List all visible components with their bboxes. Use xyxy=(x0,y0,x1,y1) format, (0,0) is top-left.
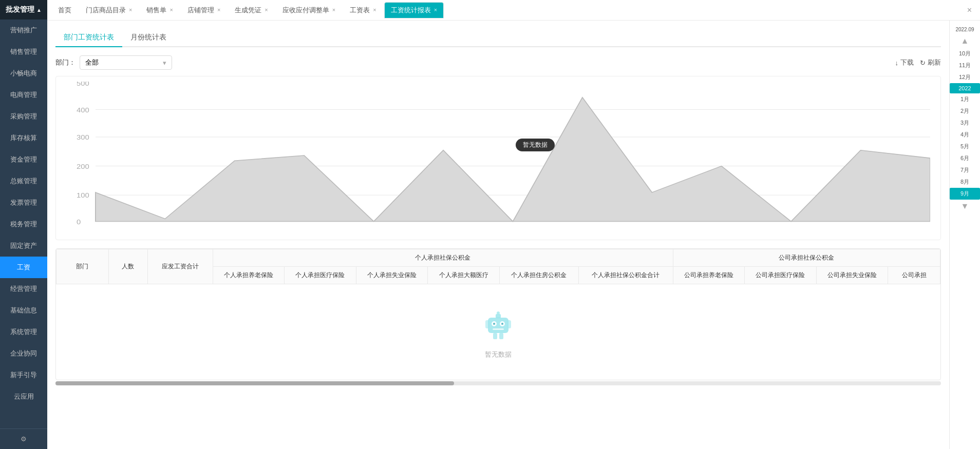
content-area: 部门工资统计表月份统计表 部门： 全部 ▾ ↓ 下载 xyxy=(47,21,980,449)
timeline-month-2022[interactable]: 2022 xyxy=(950,83,980,93)
empty-state: 暂无数据 xyxy=(56,284,940,380)
sidebar-item-企业协同[interactable]: 企业协同 xyxy=(0,343,47,364)
th-personal-total: 个人承担社保公积金合计 xyxy=(578,267,673,284)
sub-tab-月份统计表[interactable]: 月份统计表 xyxy=(122,29,175,47)
svg-rect-12 xyxy=(488,318,508,333)
sub-tabs: 部门工资统计表月份统计表 xyxy=(55,29,941,47)
sidebar-item-销售管理[interactable]: 销售管理 xyxy=(0,41,47,63)
tab-label: 销售单 xyxy=(146,6,166,15)
svg-rect-16 xyxy=(499,333,503,339)
th-personal-major-medical: 个人承担大额医疗 xyxy=(428,267,500,284)
dept-label: 部门： xyxy=(55,58,76,67)
timeline-month-3月[interactable]: 3月 xyxy=(950,117,980,129)
timeline-up-arrow[interactable]: ▲ xyxy=(959,34,971,48)
sidebar-item-营销推广[interactable]: 营销推广 xyxy=(0,19,47,41)
page-content: 部门工资统计表月份统计表 部门： 全部 ▾ ↓ 下载 xyxy=(47,21,949,449)
tab-工资统计报表[interactable]: 工资统计报表× xyxy=(384,2,444,18)
tab-close-icon[interactable]: × xyxy=(434,7,437,13)
timeline-month-2月[interactable]: 2月 xyxy=(950,105,980,117)
tab-close-icon[interactable]: × xyxy=(129,7,132,13)
sub-tab-部门工资统计表[interactable]: 部门工资统计表 xyxy=(55,29,122,47)
svg-text:400: 400 xyxy=(77,107,89,114)
sidebar-item-新手引导[interactable]: 新手引导 xyxy=(0,364,47,386)
sidebar-item-电商管理[interactable]: 电商管理 xyxy=(0,84,47,106)
sidebar-item-库存核算[interactable]: 库存核算 xyxy=(0,127,47,149)
horizontal-scrollbar[interactable] xyxy=(55,381,941,385)
toolbar-right: ↓ 下载 ↻ 刷新 xyxy=(895,58,941,67)
sidebar-item-采购管理[interactable]: 采购管理 xyxy=(0,106,47,127)
sidebar-item-云应用[interactable]: 云应用 xyxy=(0,386,47,407)
download-icon: ↓ xyxy=(895,59,899,67)
download-button[interactable]: ↓ 下载 xyxy=(895,58,914,67)
chart-svg: 0 100 200 300 400 500 xyxy=(77,82,930,229)
tab-门店商品目录[interactable]: 门店商品目录× xyxy=(79,2,139,18)
tab-label: 门店商品目录 xyxy=(86,6,126,15)
tab-label: 工资统计报表 xyxy=(391,6,431,15)
timeline-month-9月[interactable]: 9月 xyxy=(950,188,980,200)
download-label: 下载 xyxy=(900,58,914,67)
svg-point-20 xyxy=(501,323,503,325)
timeline-year-label: 2022.09 xyxy=(950,25,980,34)
th-total-wage: 应发工资合计 xyxy=(147,249,213,284)
empty-robot-icon xyxy=(478,305,519,346)
timeline-month-4月[interactable]: 4月 xyxy=(950,129,980,141)
tab-首页[interactable]: 首页 xyxy=(51,2,78,18)
empty-row: 暂无数据 xyxy=(56,284,940,380)
th-personal-housing: 个人承担住房公积金 xyxy=(499,267,578,284)
sidebar-title: 批发管理 xyxy=(6,5,34,14)
timeline-down-arrow[interactable]: ▼ xyxy=(959,200,971,213)
sidebar-item-发票管理[interactable]: 发票管理 xyxy=(0,192,47,213)
close-all-tabs-button[interactable]: × xyxy=(963,6,976,15)
horizontal-scrollbar-thumb[interactable] xyxy=(55,381,454,385)
sidebar-header[interactable]: 批发管理 ▲ xyxy=(0,0,47,19)
sidebar-item-固定资产[interactable]: 固定资产 xyxy=(0,235,47,257)
sidebar-item-经营管理[interactable]: 经营管理 xyxy=(0,278,47,300)
timeline-month-6月[interactable]: 6月 xyxy=(950,152,980,164)
tab-close-icon[interactable]: × xyxy=(332,7,335,13)
svg-text:300: 300 xyxy=(77,134,89,141)
timeline-month-7月[interactable]: 7月 xyxy=(950,164,980,176)
tab-close-icon[interactable]: × xyxy=(265,7,268,13)
toolbar: 部门： 全部 ▾ ↓ 下载 ↻ 刷新 xyxy=(55,55,941,70)
tab-close-icon[interactable]: × xyxy=(169,7,173,13)
tab-应收应付调整单[interactable]: 应收应付调整单× xyxy=(276,2,342,18)
timeline-month-8月[interactable]: 8月 xyxy=(950,176,980,188)
right-timeline-panel: 2022.09 ▲ 10月11月12月20221月2月3月4月5月6月7月8月9… xyxy=(949,21,980,449)
sidebar: 批发管理 ▲ 营销推广销售管理小畅电商电商管理采购管理库存核算资金管理总账管理发… xyxy=(0,0,47,449)
sidebar-toggle-icon: ▲ xyxy=(36,7,42,13)
th-personal-insurance: 个人承担社保公积金 xyxy=(213,249,673,267)
tab-销售单[interactable]: 销售单× xyxy=(140,2,179,18)
data-table: 部门 人数 应发工资合计 个人承担社保公积金 公司承担社保公积金 个人承担养老保… xyxy=(56,249,940,380)
sidebar-item-基础信息[interactable]: 基础信息 xyxy=(0,300,47,321)
tab-label: 店铺管理 xyxy=(187,6,214,15)
table-wrapper: 部门 人数 应发工资合计 个人承担社保公积金 公司承担社保公积金 个人承担养老保… xyxy=(55,248,941,380)
sidebar-item-资金管理[interactable]: 资金管理 xyxy=(0,149,47,170)
timeline-month-12月[interactable]: 12月 xyxy=(950,71,980,83)
dept-select-value: 全部 xyxy=(85,58,99,67)
chart-container: 0 100 200 300 400 500 暂无数据 xyxy=(55,76,941,240)
tab-生成凭证[interactable]: 生成凭证× xyxy=(228,2,274,18)
tab-bar: 首页门店商品目录×销售单×店铺管理×生成凭证×应收应付调整单×工资表×工资统计报… xyxy=(47,0,980,21)
sidebar-footer-settings[interactable]: ⚙ xyxy=(0,428,47,449)
timeline-month-11月[interactable]: 11月 xyxy=(950,60,980,71)
dept-select[interactable]: 全部 ▾ xyxy=(80,55,172,70)
refresh-button[interactable]: ↻ 刷新 xyxy=(920,58,941,67)
tab-close-icon[interactable]: × xyxy=(217,7,220,13)
svg-point-23 xyxy=(497,311,500,315)
tab-工资表[interactable]: 工资表× xyxy=(343,2,383,18)
sidebar-item-系统管理[interactable]: 系统管理 xyxy=(0,321,47,343)
sidebar-item-税务管理[interactable]: 税务管理 xyxy=(0,213,47,235)
main-area: 首页门店商品目录×销售单×店铺管理×生成凭证×应收应付调整单×工资表×工资统计报… xyxy=(47,0,980,449)
tab-close-icon[interactable]: × xyxy=(373,7,376,13)
th-company-medical: 公司承担医疗保险 xyxy=(745,267,817,284)
svg-text:100: 100 xyxy=(77,192,89,199)
timeline-month-5月[interactable]: 5月 xyxy=(950,141,980,152)
tab-店铺管理[interactable]: 店铺管理× xyxy=(181,2,227,18)
sidebar-item-工资[interactable]: 工资 xyxy=(0,257,47,278)
timeline-month-1月[interactable]: 1月 xyxy=(950,93,980,105)
th-personal-unemploy: 个人承担失业保险 xyxy=(356,267,428,284)
sidebar-item-总账管理[interactable]: 总账管理 xyxy=(0,170,47,192)
th-company-pension: 公司承担养老保险 xyxy=(673,267,745,284)
sidebar-item-小畅电商[interactable]: 小畅电商 xyxy=(0,63,47,84)
timeline-month-10月[interactable]: 10月 xyxy=(950,48,980,60)
